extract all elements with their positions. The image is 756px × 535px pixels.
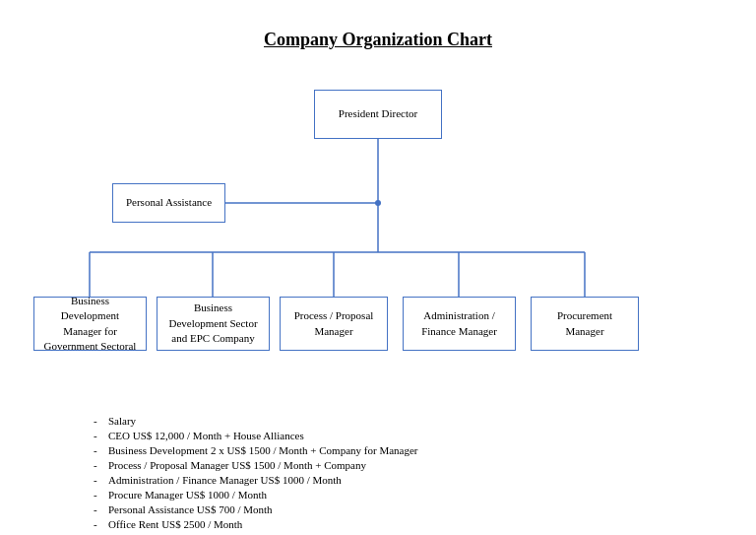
- process-proposal-box: Process / Proposal Manager: [280, 297, 388, 351]
- salary-item-2: Process / Proposal Manager US$ 1500 / Mo…: [89, 459, 726, 471]
- svg-point-9: [375, 200, 381, 206]
- salary-header: Salary: [89, 415, 726, 427]
- salary-item-5: Personal Assistance US$ 700 / Month: [89, 503, 726, 515]
- salary-item-4: Procure Manager US$ 1000 / Month: [89, 489, 726, 501]
- salary-item-1: Business Development 2 x US$ 1500 / Mont…: [89, 444, 726, 456]
- salary-item-0: CEO US$ 12,000 / Month + House Alliances: [89, 430, 726, 441]
- bd-gov-box: Business Development Manager for Governm…: [33, 297, 147, 351]
- salary-list: Salary CEO US$ 12,000 / Month + House Al…: [89, 415, 726, 535]
- personal-assistance-box: Personal Assistance: [112, 183, 225, 223]
- page-title: Company Organization Chart: [30, 30, 726, 50]
- president-director-box: President Director: [314, 90, 442, 139]
- org-chart: President Director Personal Assistance B…: [33, 80, 723, 395]
- bd-epc-box: Business Development Sector and EPC Comp…: [157, 297, 270, 351]
- salary-item-3: Administration / Finance Manager US$ 100…: [89, 474, 726, 486]
- salary-section: Salary CEO US$ 12,000 / Month + House Al…: [30, 415, 726, 535]
- salary-item-6: Office Rent US$ 2500 / Month: [89, 518, 726, 530]
- procurement-box: Procurement Manager: [531, 297, 639, 351]
- admin-finance-box: Administration / Finance Manager: [403, 297, 516, 351]
